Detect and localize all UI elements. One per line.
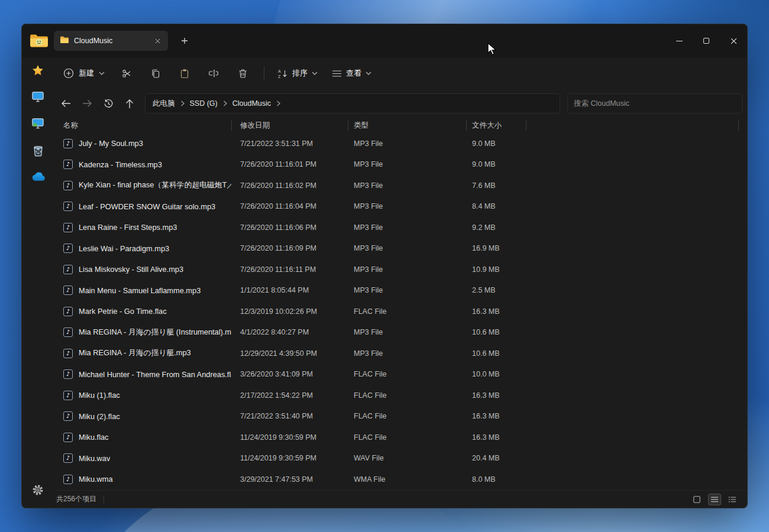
file-row[interactable]: ♪ Main Menu - Samuel Laflamme.mp3 1/1/20… <box>54 280 747 301</box>
refresh-button[interactable] <box>98 94 119 113</box>
file-name: Leslie Wai - Paradigm.mp3 <box>79 244 169 253</box>
maximize-button[interactable] <box>693 24 720 57</box>
new-button[interactable]: 新建 <box>57 63 111 84</box>
column-header-type[interactable]: 类型 <box>348 118 466 133</box>
sidebar-item-onedrive[interactable] <box>29 168 47 185</box>
music-file-icon: ♪ <box>63 453 73 463</box>
up-button[interactable] <box>119 94 140 113</box>
file-type: MP3 File <box>348 140 466 148</box>
file-row[interactable]: ♪ Kyle Xian - final phase（某科学的超电磁炮T／... … <box>54 175 747 196</box>
search-box <box>567 93 742 113</box>
file-row[interactable]: ♪ Mia REGINA - 月海の揺り籠 (Instrumental).mp3… <box>54 322 747 343</box>
breadcrumb-item-this-pc[interactable]: 此电脑 <box>153 99 175 109</box>
file-row[interactable]: ♪ Leslie Wai - Paradigm.mp3 7/26/2020 11… <box>54 238 747 259</box>
file-name: Miku.flac <box>79 433 109 442</box>
file-row[interactable]: ♪ Leaf - POWDER SNOW Guitar solo.mp3 7/2… <box>54 196 747 218</box>
file-name: Kyle Xian - final phase（某科学的超电磁炮T／... <box>79 180 231 190</box>
cut-button[interactable] <box>114 63 140 84</box>
breadcrumb-item-cloudmusic[interactable]: CloudMusic <box>232 99 271 108</box>
music-file-icon: ♪ <box>63 433 73 442</box>
search-input[interactable] <box>574 99 736 108</box>
file-row[interactable]: ♪ Mark Petrie - Go Time.flac 12/3/2019 1… <box>54 301 747 322</box>
file-size: 16.9 MB <box>466 244 526 252</box>
file-explorer-window: CloudMusic <box>21 24 748 508</box>
file-date-modified: 3/29/2021 7:47:53 PM <box>231 475 348 484</box>
file-row[interactable]: ♪ Lena Raine - First Steps.mp3 7/26/2020… <box>54 217 747 238</box>
file-date-modified: 12/29/2021 4:39:50 PM <box>231 349 348 358</box>
file-date-modified: 11/24/2019 9:30:59 PM <box>231 454 348 462</box>
file-date-modified: 7/26/2020 11:16:09 PM <box>231 244 348 252</box>
close-icon <box>731 38 737 44</box>
large-icons-view-button[interactable] <box>690 494 703 505</box>
file-row[interactable]: ♪ Miku.flac 11/24/2019 9:30:59 PM FLAC F… <box>54 427 747 448</box>
file-type: FLAC File <box>348 307 466 316</box>
file-size: 8.0 MB <box>466 475 526 484</box>
monitor-icon <box>31 91 44 103</box>
file-date-modified: 4/1/2022 8:40:27 PM <box>231 328 348 336</box>
tab-close-button[interactable] <box>151 35 163 47</box>
file-date-modified: 7/26/2020 11:16:02 PM <box>231 181 348 190</box>
list-view-button[interactable] <box>726 494 739 505</box>
copy-button[interactable] <box>143 63 169 84</box>
file-row[interactable]: ♪ Lisa Miskovsky - Still Alive.mp3 7/26/… <box>54 259 747 280</box>
sidebar-item-desktop[interactable] <box>29 89 47 105</box>
details-view-button[interactable] <box>708 494 721 505</box>
file-row[interactable]: ♪ Miku.wma 3/29/2021 7:47:53 PM WMA File… <box>54 469 747 490</box>
file-name: Mark Petrie - Go Time.flac <box>79 307 167 316</box>
items-count: 共256个项目 <box>56 494 96 504</box>
file-name: Miku (2).flac <box>79 412 120 421</box>
navigation-bar: 此电脑 SSD (G) CloudMusic <box>54 89 747 118</box>
paste-button[interactable] <box>172 63 198 84</box>
file-row[interactable]: ♪ Kadenza - Timeless.mp3 7/26/2020 11:16… <box>54 154 747 176</box>
file-row[interactable]: ♪ Miku (1).flac 2/17/2022 1:54:22 PM FLA… <box>54 385 747 406</box>
file-name: Lena Raine - First Steps.mp3 <box>79 223 177 232</box>
view-list-icon <box>332 69 342 78</box>
close-button[interactable] <box>720 24 747 57</box>
new-tab-button[interactable] <box>175 31 194 50</box>
file-name: July - My Soul.mp3 <box>79 139 143 148</box>
file-row[interactable]: ♪ Miku (2).flac 7/21/2022 3:51:40 PM FLA… <box>54 406 747 427</box>
music-file-icon: ♪ <box>63 244 73 253</box>
file-date-modified: 7/26/2020 11:16:06 PM <box>231 223 348 232</box>
chevron-right-icon <box>223 100 227 106</box>
file-row[interactable]: ♪ July - My Soul.mp3 7/21/2022 3:51:31 P… <box>54 133 747 154</box>
tab-cloudmusic[interactable]: CloudMusic <box>54 31 168 51</box>
sidebar-item-this-pc[interactable] <box>29 115 47 132</box>
file-size: 16.3 MB <box>466 433 526 442</box>
sidebar-item-recycle-bin[interactable] <box>29 142 47 158</box>
delete-button[interactable] <box>230 63 256 84</box>
toolbar: 新建 <box>54 57 747 89</box>
sort-button-label: 排序 <box>292 68 308 79</box>
sidebar-item-settings[interactable] <box>29 482 47 498</box>
file-type: WAV File <box>348 454 466 462</box>
column-header-size[interactable]: 文件大小 <box>466 118 526 133</box>
view-toggles <box>690 494 739 505</box>
toolbar-divider <box>264 66 264 80</box>
column-header-date-modified[interactable]: 修改日期 <box>231 118 348 133</box>
star-icon <box>31 64 44 77</box>
file-date-modified: 7/26/2020 11:16:11 PM <box>231 265 348 274</box>
file-row[interactable]: ♪ Miku.wav 11/24/2019 9:30:59 PM WAV Fil… <box>54 448 747 469</box>
file-type: MP3 File <box>348 160 466 168</box>
file-name: Mia REGINA - 月海の揺り籠.mp3 <box>79 348 191 358</box>
forward-button[interactable] <box>76 94 98 113</box>
copy-icon <box>151 69 160 79</box>
svg-text:Z: Z <box>278 74 281 79</box>
sidebar-item-favorites[interactable] <box>29 62 47 79</box>
column-header-filler <box>526 118 747 133</box>
file-size: 8.4 MB <box>466 202 526 210</box>
back-button[interactable] <box>55 94 76 113</box>
sort-button[interactable]: A Z 排序 <box>270 63 325 84</box>
file-size: 16.3 MB <box>466 391 526 400</box>
file-row[interactable]: ♪ Michael Hunter - Theme From San Andrea… <box>54 364 747 385</box>
breadcrumb-item-drive[interactable]: SSD (G) <box>190 99 218 108</box>
file-row[interactable]: ♪ Mia REGINA - 月海の揺り籠.mp3 12/29/2021 4:3… <box>54 343 747 364</box>
file-type: MP3 File <box>348 265 466 274</box>
rename-button[interactable] <box>201 63 227 84</box>
column-header-name[interactable]: 名称 <box>54 118 231 133</box>
music-file-icon: ♪ <box>63 369 73 379</box>
file-size: 16.3 MB <box>466 307 526 316</box>
view-button[interactable]: 查看 <box>325 63 379 84</box>
minimize-button[interactable] <box>665 24 693 57</box>
titlebar: CloudMusic <box>22 24 747 57</box>
